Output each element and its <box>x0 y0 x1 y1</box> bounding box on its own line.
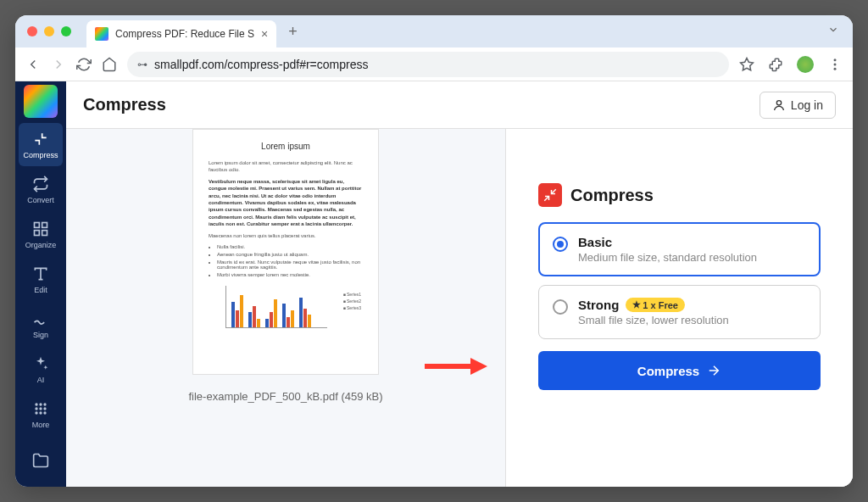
options-pane: Compress Basic Medium file size, standar… <box>505 129 853 487</box>
forward-button[interactable] <box>51 57 66 72</box>
document-preview[interactable]: Lorem ipsum Lorem ipsum dolor sit amet, … <box>192 129 379 375</box>
radio-icon <box>553 299 568 315</box>
option-title: Strong <box>578 298 619 312</box>
doc-bullets: Nulla facilisi. Aenean congue fringilla … <box>217 244 363 277</box>
url-bar[interactable]: ⊶ smallpdf.com/compress-pdf#r=compress <box>127 52 729 77</box>
option-desc: Medium file size, standard resolution <box>578 251 757 264</box>
reload-button[interactable] <box>76 57 92 72</box>
login-button[interactable]: Log in <box>760 92 836 119</box>
sidebar-item-label: AI <box>37 376 45 384</box>
doc-title: Lorem ipsum <box>209 142 363 151</box>
free-badge: ★1 x Free <box>626 298 685 312</box>
sidebar-item-organize[interactable]: Organize <box>19 213 63 256</box>
option-basic[interactable]: Basic Medium file size, standard resolut… <box>538 222 821 276</box>
svg-point-3 <box>834 67 837 70</box>
svg-point-16 <box>43 412 46 415</box>
tab-title: Compress PDF: Reduce File S <box>115 28 254 40</box>
sidebar-item-convert[interactable]: Convert <box>19 168 63 211</box>
sidebar-item-label: Organize <box>25 241 57 249</box>
browser-window: Compress PDF: Reduce File S × + ⊶ smallp… <box>15 15 853 487</box>
site-settings-icon[interactable]: ⊶ <box>137 59 147 70</box>
compress-icon <box>538 183 562 207</box>
sidebar-item-files[interactable] <box>19 438 63 482</box>
svg-point-17 <box>776 100 781 104</box>
back-button[interactable] <box>25 57 41 72</box>
browser-tab[interactable]: Compress PDF: Reduce File S × <box>86 20 276 47</box>
svg-point-12 <box>39 408 42 410</box>
profile-icon[interactable] <box>797 56 814 73</box>
svg-point-2 <box>834 63 837 65</box>
doc-text: Maecenas non lorem quis tellus placerat … <box>209 232 363 239</box>
bookmark-icon[interactable] <box>739 57 754 72</box>
workspace: Lorem ipsum Lorem ipsum dolor sit amet, … <box>66 129 853 487</box>
extensions-icon[interactable] <box>768 57 783 72</box>
browser-toolbar: ⊶ smallpdf.com/compress-pdf#r=compress <box>15 47 853 81</box>
tab-overflow-icon[interactable] <box>821 24 846 39</box>
doc-chart: ■ Series1■ Series2■ Series3 <box>225 286 327 328</box>
menu-icon[interactable] <box>827 57 843 72</box>
favicon-icon <box>95 27 108 41</box>
sidebar-item-edit[interactable]: Edit <box>19 259 63 302</box>
compress-button-label: Compress <box>637 364 699 378</box>
svg-point-14 <box>35 412 37 415</box>
doc-text: Lorem ipsum dolor sit amet, consectetur … <box>209 159 363 174</box>
app-logo[interactable] <box>24 85 58 118</box>
arrow-right-icon <box>706 363 721 378</box>
sidebar-item-more[interactable]: More <box>19 393 63 437</box>
sidebar-item-label: Convert <box>27 196 54 204</box>
options-heading: Compress <box>570 186 654 205</box>
sidebar-item-compress[interactable]: Compress <box>19 123 63 166</box>
app-sidebar: Compress Convert Organize Edit Sign AI <box>15 81 66 487</box>
option-title: Basic <box>578 235 757 249</box>
sidebar-item-label: Edit <box>34 286 47 294</box>
option-strong[interactable]: Strong ★1 x Free Small file size, lower … <box>538 285 821 339</box>
sidebar-item-ai[interactable]: AI <box>19 349 63 392</box>
svg-point-10 <box>43 404 46 406</box>
main-area: Compress Log in Lorem ipsum Lorem ipsum … <box>66 81 853 487</box>
sidebar-item-sign[interactable]: Sign <box>19 304 63 347</box>
radio-icon <box>553 237 568 252</box>
svg-point-15 <box>39 412 42 415</box>
login-label: Log in <box>791 98 823 112</box>
svg-point-8 <box>35 404 37 406</box>
options-header: Compress <box>538 183 821 207</box>
maximize-window-button[interactable] <box>61 26 71 36</box>
page-header: Compress Log in <box>66 81 853 129</box>
preview-pane: Lorem ipsum Lorem ipsum dolor sit amet, … <box>66 129 505 487</box>
tab-bar: Compress PDF: Reduce File S × + <box>15 15 853 47</box>
svg-point-11 <box>35 408 37 410</box>
option-desc: Small file size, lower resolution <box>578 314 729 326</box>
sidebar-item-label: Sign <box>33 331 48 339</box>
svg-point-13 <box>43 408 46 410</box>
sidebar-item-label: Compress <box>23 151 58 159</box>
svg-rect-5 <box>42 223 47 228</box>
file-name-label: file-example_PDF_500_kB.pdf (459 kB) <box>188 390 382 403</box>
svg-line-18 <box>552 189 556 193</box>
compress-button[interactable]: Compress <box>538 351 821 390</box>
close-window-button[interactable] <box>27 26 37 36</box>
page-title: Compress <box>83 95 166 114</box>
svg-point-1 <box>834 59 837 61</box>
window-controls <box>27 26 71 36</box>
new-tab-button[interactable]: + <box>283 23 303 41</box>
minimize-window-button[interactable] <box>44 26 54 36</box>
svg-marker-0 <box>741 58 754 70</box>
close-tab-icon[interactable]: × <box>261 27 268 41</box>
svg-rect-4 <box>35 223 40 228</box>
doc-text: Vestibulum neque massa, scelerisque sit … <box>209 178 363 228</box>
svg-rect-6 <box>42 231 47 236</box>
home-button[interactable] <box>102 57 117 72</box>
user-icon <box>772 98 786 112</box>
svg-point-9 <box>39 404 42 406</box>
svg-rect-7 <box>35 231 40 236</box>
app-content: Compress Convert Organize Edit Sign AI <box>15 81 853 487</box>
sidebar-item-label: More <box>32 421 50 429</box>
svg-line-19 <box>544 197 548 201</box>
url-text: smallpdf.com/compress-pdf#r=compress <box>154 58 368 71</box>
